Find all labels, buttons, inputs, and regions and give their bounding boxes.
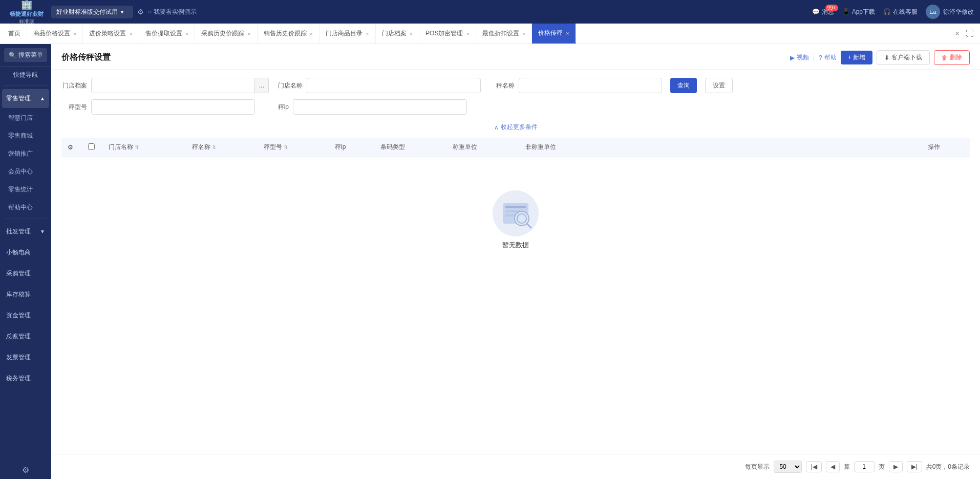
tab-close-pos-encrypt[interactable]: × bbox=[466, 31, 469, 37]
sidebar-item-retail-label: 零售管理 bbox=[6, 94, 31, 103]
collapse-button[interactable]: ∧ 收起更多条件 bbox=[494, 123, 538, 132]
scale-model-label: 秤型号 bbox=[61, 103, 87, 112]
tab-cost-strategy[interactable]: 进价策略设置 × bbox=[83, 24, 139, 43]
sort-scale-name[interactable]: 秤名称 ⇅ bbox=[192, 143, 251, 151]
sidebar-item-retail-mgmt[interactable]: 零售管理 ▲ bbox=[2, 89, 49, 108]
tab-purchase-history[interactable]: 采购历史价跟踪 × bbox=[195, 24, 257, 43]
scale-name-input[interactable] bbox=[519, 78, 662, 93]
sidebar-item-marketing-label: 营销推广 bbox=[8, 150, 33, 157]
sidebar-item-tax[interactable]: 税务管理 bbox=[2, 369, 49, 388]
tab-sales-history-label: 销售历史价跟踪 bbox=[264, 29, 307, 38]
add-button[interactable]: + 新增 bbox=[841, 51, 872, 64]
tab-min-discount-label: 最低折扣设置 bbox=[482, 29, 519, 38]
tab-close-all-button[interactable]: × bbox=[953, 29, 962, 38]
scale-ip-input[interactable] bbox=[293, 99, 467, 115]
search-row-2: 秤型号 秤ip bbox=[61, 99, 970, 115]
tab-goods-price-label: 商品价格设置 bbox=[33, 29, 70, 38]
sidebar-item-marketing[interactable]: 营销推广 bbox=[2, 145, 49, 162]
messages-button[interactable]: 💬 消息 99+ bbox=[812, 8, 834, 16]
help-link[interactable]: ? 帮助 bbox=[819, 53, 837, 62]
app-download-button[interactable]: 📱 App下载 bbox=[842, 8, 875, 16]
tab-min-discount[interactable]: 最低折扣设置 × bbox=[476, 24, 532, 43]
demo-button[interactable]: ○ 我要看实例演示 bbox=[148, 8, 197, 16]
sidebar-item-invoice-label: 发票管理 bbox=[6, 353, 31, 362]
sort-store-name[interactable]: 门店名称 ⇅ bbox=[109, 143, 180, 151]
delete-button[interactable]: 🗑 删除 bbox=[934, 50, 970, 65]
chevron-up-icon: ▲ bbox=[40, 96, 45, 101]
tab-pos-encrypt[interactable]: POS加密管理 × bbox=[419, 24, 476, 43]
tab-home[interactable]: 首页 bbox=[2, 24, 27, 43]
tab-close-purchase-history[interactable]: × bbox=[247, 31, 250, 37]
sidebar-item-purchase-mgmt[interactable]: 采购管理 bbox=[2, 264, 49, 283]
sidebar: 🔍 搜索菜单 快捷导航 零售管理 ▲ 智慧门店 零售商城 营销推广 会员中心 零… bbox=[0, 44, 51, 479]
sidebar-item-wholesale-mgmt[interactable]: 批发管理 ▼ bbox=[2, 222, 49, 241]
store-file-dots-button[interactable]: ... bbox=[255, 78, 269, 93]
online-service-button[interactable]: 🎧 在线客服 bbox=[883, 8, 918, 16]
demo-label: 我要看实例演示 bbox=[154, 8, 197, 16]
tab-close-min-discount[interactable]: × bbox=[522, 31, 525, 37]
sidebar-item-purchase-label: 采购管理 bbox=[6, 269, 31, 278]
store-name-input[interactable] bbox=[307, 78, 481, 93]
sidebar-item-retail-stats[interactable]: 零售统计 bbox=[2, 181, 49, 198]
sidebar-item-ecommerce[interactable]: 小畅电商 bbox=[2, 243, 49, 262]
tab-close-cost-strategy[interactable]: × bbox=[129, 31, 132, 37]
th-scale-name-label: 秤名称 bbox=[192, 143, 210, 151]
sidebar-item-ledger[interactable]: 总账管理 bbox=[2, 327, 49, 346]
sidebar-item-retail-mall[interactable]: 零售商城 bbox=[2, 127, 49, 144]
scale-model-input[interactable] bbox=[91, 99, 255, 115]
next-page-button[interactable]: ▶ bbox=[889, 461, 903, 472]
tab-close-store-catalog[interactable]: × bbox=[366, 31, 369, 37]
top-bar: 🏢 畅捷通好业财 标准版 好业财标准版交付试用 ▾ ⚙ ○ 我要看实例演示 💬 … bbox=[0, 0, 980, 24]
sidebar-item-smart-store[interactable]: 智慧门店 bbox=[2, 110, 49, 126]
video-link[interactable]: ▶ 视频 bbox=[790, 53, 809, 62]
help-icon: ? bbox=[819, 54, 822, 61]
sidebar-item-member-center[interactable]: 会员中心 bbox=[2, 163, 49, 180]
user-menu-button[interactable]: Ea 徐泽华修改 bbox=[926, 5, 974, 19]
per-page-label: 每页显示 bbox=[745, 463, 770, 471]
tab-close-store-file[interactable]: × bbox=[410, 31, 413, 37]
topbar-settings-button[interactable]: ⚙ bbox=[137, 8, 144, 16]
page-suffix-label: 页 bbox=[879, 463, 885, 471]
last-page-button[interactable]: ▶| bbox=[907, 461, 922, 472]
store-file-input[interactable] bbox=[91, 78, 255, 93]
sidebar-search-button[interactable]: 🔍 搜索菜单 bbox=[4, 48, 47, 62]
tab-close-goods-price[interactable]: × bbox=[73, 31, 76, 37]
tab-fullscreen-button[interactable]: ⛶ bbox=[964, 29, 976, 38]
avatar: Ea bbox=[926, 5, 940, 19]
tab-close-sale-price[interactable]: × bbox=[185, 31, 188, 37]
tab-close-sales-history[interactable]: × bbox=[310, 31, 313, 37]
sidebar-quick-nav-button[interactable]: 快捷导航 bbox=[0, 67, 51, 83]
tab-store-file[interactable]: 门店档案 × bbox=[376, 24, 419, 43]
sidebar-item-inventory[interactable]: 库存核算 bbox=[2, 285, 49, 304]
product-selector[interactable]: 好业财标准版交付试用 ▾ bbox=[51, 6, 133, 18]
page-input[interactable] bbox=[854, 461, 875, 472]
settings-icon[interactable]: ⚙ bbox=[68, 144, 73, 151]
query-button[interactable]: 查询 bbox=[670, 78, 697, 93]
sidebar-settings-button[interactable]: ⚙ bbox=[22, 465, 29, 475]
per-page-select[interactable]: 50 10 20 100 bbox=[774, 461, 802, 473]
product-name: 好业财标准版交付试用 bbox=[56, 8, 118, 16]
th-scale-name: 秤名称 ⇅ bbox=[186, 138, 257, 157]
tab-goods-price[interactable]: 商品价格设置 × bbox=[27, 24, 83, 43]
sort-scale-model[interactable]: 秤型号 ⇅ bbox=[264, 143, 323, 151]
tab-store-catalog[interactable]: 门店商品目录 × bbox=[319, 24, 375, 43]
select-all-checkbox[interactable] bbox=[88, 143, 95, 150]
th-operation-label: 操作 bbox=[928, 143, 940, 150]
sidebar-item-help-center[interactable]: 帮助中心 bbox=[2, 199, 49, 216]
sidebar-item-retail-mall-label: 零售商城 bbox=[8, 132, 33, 139]
tab-sales-history[interactable]: 销售历史价跟踪 × bbox=[258, 24, 319, 43]
sidebar-item-invoice[interactable]: 发票管理 bbox=[2, 348, 49, 367]
search-row-1: 门店档案 ... 门店名称 秤名称 查询 bbox=[61, 78, 970, 93]
sidebar-item-inventory-label: 库存核算 bbox=[6, 290, 31, 299]
tab-price-transfer[interactable]: 价格传秤 × bbox=[532, 24, 576, 43]
first-page-button[interactable]: |◀ bbox=[806, 461, 821, 472]
settings-query-button[interactable]: 设置 bbox=[705, 78, 733, 93]
tab-sale-price[interactable]: 售价提取设置 × bbox=[139, 24, 195, 43]
tab-close-price-transfer[interactable]: × bbox=[566, 30, 569, 36]
download-button[interactable]: ⬇ 客户端下载 bbox=[877, 50, 930, 65]
tab-home-label: 首页 bbox=[8, 29, 20, 38]
sidebar-item-finance[interactable]: 资金管理 bbox=[2, 306, 49, 325]
page-title: 价格传秤设置 bbox=[61, 52, 111, 63]
store-name-label: 门店名称 bbox=[277, 81, 303, 90]
prev-page-button[interactable]: ◀ bbox=[826, 461, 840, 472]
